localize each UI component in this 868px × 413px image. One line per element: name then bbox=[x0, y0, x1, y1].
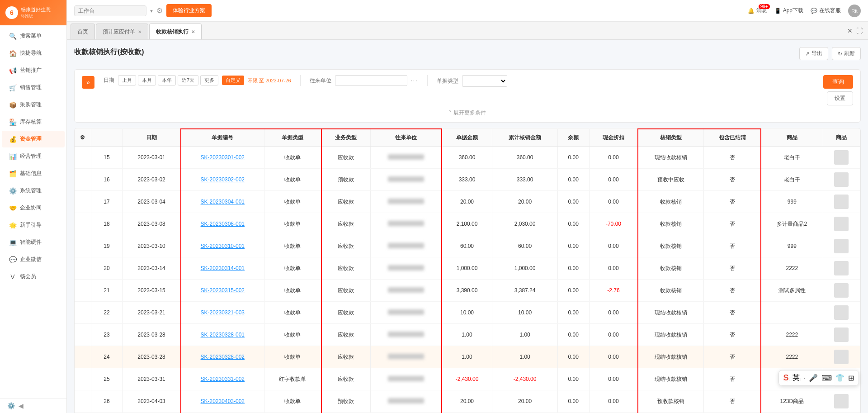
cell-settings bbox=[75, 213, 91, 235]
tab-close-receivable[interactable]: ✕ bbox=[138, 29, 142, 34]
cell-bill-no[interactable]: SK-20230321-003 bbox=[181, 302, 264, 324]
notifications-icon[interactable]: 🔔 消息 99+ bbox=[748, 7, 767, 14]
sidebar-item-system[interactable]: ⚙️系统管理 bbox=[2, 182, 65, 199]
date-btn-更多[interactable]: 更多 bbox=[200, 75, 218, 85]
sidebar-item-guide[interactable]: 🏠快捷导航 bbox=[2, 45, 65, 62]
fullscreen-icon[interactable]: ⛶ bbox=[856, 27, 863, 34]
table-row: 252023-03-31SK-20230331-002红字收款单应收款-2,43… bbox=[75, 368, 860, 390]
breadcrumb-input[interactable] bbox=[74, 5, 146, 16]
cell-bill-no[interactable]: SK-20230314-001 bbox=[181, 257, 264, 280]
cell-verified-amount: 20.00 bbox=[492, 390, 557, 413]
query-button[interactable]: 查询 bbox=[823, 75, 853, 89]
sidebar-item-search[interactable]: 🔍搜索菜单 bbox=[2, 28, 65, 44]
cell-bill-no[interactable]: SK-20230315-002 bbox=[181, 280, 264, 302]
filter-bar: » 日期 上月本月本年近7天更多 自定义 不限 至 2023-07-26 往来单… bbox=[74, 69, 861, 123]
tab-receivable[interactable]: 预计应应付单✕ bbox=[96, 24, 148, 39]
online-service-link[interactable]: 💬在线客服 bbox=[811, 7, 841, 14]
date-btn-上月[interactable]: 上月 bbox=[118, 75, 136, 85]
cell-date: 2023-03-14 bbox=[123, 257, 181, 280]
float-keyboard-icon[interactable]: ⌨ bbox=[821, 374, 832, 382]
cell-bill-type: 红字收款单 bbox=[264, 368, 321, 390]
cell-cash-discount: 0.00 bbox=[589, 257, 638, 280]
col-cash-discount: 现金折扣 bbox=[589, 129, 638, 147]
cell-biz-type: 应收款 bbox=[321, 191, 370, 213]
sidebar-item-basic[interactable]: 🗂️基础信息 bbox=[2, 165, 65, 182]
date-btn-近7天[interactable]: 近7天 bbox=[178, 75, 198, 85]
sidebar-label-newbie: 新手引导 bbox=[20, 221, 42, 229]
tab-home[interactable]: 首页 bbox=[71, 24, 95, 39]
float-s-icon[interactable]: S bbox=[783, 373, 789, 383]
col-balance: 余额 bbox=[557, 129, 589, 147]
export-button[interactable]: ↗ 导出 bbox=[799, 47, 828, 60]
float-mic-icon[interactable]: 🎤 bbox=[809, 374, 818, 382]
settings-icon[interactable]: ⚙️ bbox=[7, 402, 15, 409]
date-btn-本月[interactable]: 本月 bbox=[138, 75, 156, 85]
date-btn-本年[interactable]: 本年 bbox=[158, 75, 176, 85]
sidebar-item-sales[interactable]: 🛒销售管理 bbox=[2, 79, 65, 96]
gear-icon[interactable]: ⚙ bbox=[156, 6, 163, 15]
sidebar-item-hardware[interactable]: 💻智能硬件 bbox=[2, 234, 65, 251]
cell-balance: 0.00 bbox=[557, 213, 589, 235]
cell-bill-no[interactable]: SK-20230403-002 bbox=[181, 390, 264, 413]
counterparty-input[interactable] bbox=[335, 75, 407, 86]
col-settings[interactable]: ⚙ bbox=[75, 129, 91, 147]
cell-bill-type: 收款单 bbox=[264, 235, 321, 257]
sidebar-item-marketing[interactable]: 📢营销推广 bbox=[2, 62, 65, 79]
cell-bill-no[interactable]: SK-20230310-001 bbox=[181, 235, 264, 257]
float-dot-icon[interactable]: · bbox=[803, 374, 805, 382]
breadcrumb-dropdown-icon[interactable]: ▾ bbox=[150, 8, 153, 14]
expand-more-conditions[interactable]: ˅ 展开更多条件 bbox=[82, 109, 853, 117]
sidebar-item-member[interactable]: V畅会员 bbox=[2, 268, 65, 285]
sidebar-item-enterprise[interactable]: 🤝企业协同 bbox=[2, 199, 65, 216]
cell-biz-type: 应收款 bbox=[321, 147, 370, 169]
cell-bill-no[interactable]: SK-20230308-001 bbox=[181, 213, 264, 235]
cell-seq: 18 bbox=[91, 213, 123, 235]
cell-include-settled: 否 bbox=[703, 368, 761, 390]
cell-balance: 0.00 bbox=[557, 257, 589, 280]
cell-bill-amount: 1.00 bbox=[442, 346, 492, 368]
sidebar-item-finance[interactable]: 💰资金管理 bbox=[2, 131, 65, 147]
cell-bill-no[interactable]: SK-20230301-002 bbox=[181, 147, 264, 169]
cell-bill-no[interactable]: SK-20230331-002 bbox=[181, 368, 264, 390]
voucher-type-select[interactable] bbox=[462, 75, 507, 87]
page-content: 收款核销执行(按收款) ↗ 导出 ↻ 刷新 » 日期 上月本月本年近7天更多 bbox=[67, 40, 868, 413]
cell-verified-amount: -2,430.00 bbox=[492, 368, 557, 390]
sidebar-label-marketing: 营销推广 bbox=[20, 66, 42, 74]
cell-bill-no[interactable]: SK-20230328-002 bbox=[181, 346, 264, 368]
close-all-icon[interactable]: ✕ bbox=[847, 27, 853, 34]
col-bill-amount: 单据金额 bbox=[442, 129, 492, 147]
cell-bill-no[interactable]: SK-20230304-001 bbox=[181, 191, 264, 213]
cell-bill-type: 收款单 bbox=[264, 147, 321, 169]
date-custom-button[interactable]: 自定义 bbox=[222, 76, 244, 85]
cell-verify-type: 收款核销 bbox=[638, 213, 703, 235]
filter-expand-toggle[interactable]: » bbox=[82, 76, 94, 89]
table-row: 232023-03-28SK-20230328-001收款单应收款1.001.0… bbox=[75, 324, 860, 346]
finance-icon: 💰 bbox=[9, 136, 16, 143]
cell-cash-discount: 0.00 bbox=[589, 169, 638, 191]
float-text-icon[interactable]: 英 bbox=[793, 373, 800, 383]
float-grid-icon[interactable]: ⊞ bbox=[848, 374, 854, 382]
tab-close-verify[interactable]: ✕ bbox=[191, 29, 195, 34]
industry-solution-button[interactable]: 体验行业方案 bbox=[166, 4, 212, 17]
avatar[interactable]: Rit bbox=[848, 5, 861, 17]
float-shirt-icon[interactable]: 👕 bbox=[835, 374, 844, 382]
sidebar-item-newbie[interactable]: 🌟新手引导 bbox=[2, 217, 65, 233]
collapse-icon[interactable]: ◀ bbox=[19, 402, 24, 409]
cell-goods: 多计量商品2 bbox=[761, 213, 823, 235]
sidebar-item-wechat[interactable]: 💬企业微信 bbox=[2, 251, 65, 268]
cell-cash-discount: 0.00 bbox=[589, 324, 638, 346]
cell-include-settled: 否 bbox=[703, 324, 761, 346]
table-header-row: ⚙ 日期 单据编号 单据类型 业务类型 往来单位 单据金额 累计核销金额 余额 … bbox=[75, 129, 860, 147]
refresh-button[interactable]: ↻ 刷新 bbox=[832, 47, 861, 60]
sidebar-label-hardware: 智能硬件 bbox=[20, 238, 42, 246]
table-scroll[interactable]: ⚙ 日期 单据编号 单据类型 业务类型 往来单位 单据金额 累计核销金额 余额 … bbox=[75, 128, 860, 413]
settings-button[interactable]: 设置 bbox=[827, 91, 853, 105]
sidebar-item-inventory[interactable]: 🏪库存核算 bbox=[2, 114, 65, 130]
cell-balance: 0.00 bbox=[557, 191, 589, 213]
sidebar-item-operation[interactable]: 📊经营管理 bbox=[2, 148, 65, 165]
cell-bill-no[interactable]: SK-20230302-002 bbox=[181, 169, 264, 191]
cell-bill-no[interactable]: SK-20230328-001 bbox=[181, 324, 264, 346]
sidebar-item-purchase[interactable]: 📦采购管理 bbox=[2, 96, 65, 113]
tab-verify[interactable]: 收款核销执行✕ bbox=[149, 24, 202, 39]
app-download-link[interactable]: 📱App下载 bbox=[774, 7, 803, 14]
